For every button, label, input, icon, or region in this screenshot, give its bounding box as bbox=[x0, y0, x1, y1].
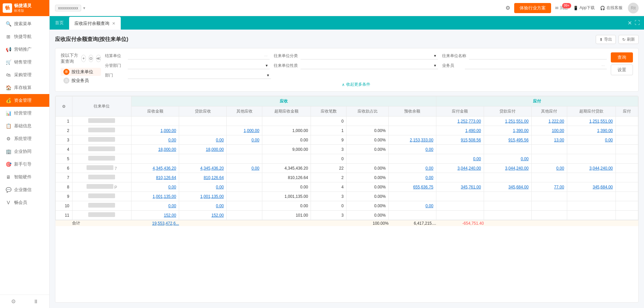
table-cell[interactable]: 18,000.00 bbox=[179, 145, 227, 154]
table-cell[interactable]: 655,636.75 bbox=[388, 182, 436, 192]
table-cell[interactable]: 0.00 bbox=[388, 173, 436, 182]
table-cell[interactable]: 1,001,135.00 bbox=[179, 192, 227, 201]
table-cell[interactable]: 4,345,436.20 bbox=[131, 164, 179, 173]
table-cell bbox=[436, 211, 484, 220]
sidebar-item-inventory[interactable]: 🏠 库存核算 bbox=[0, 81, 49, 94]
table-cell[interactable]: 1,490.00 bbox=[436, 126, 484, 135]
table-cell[interactable]: 345,684.00 bbox=[484, 182, 531, 192]
close-window-icon[interactable]: ✕ bbox=[628, 20, 632, 26]
table-cell[interactable]: 0.00 bbox=[567, 135, 615, 145]
sidebar-item-wechat[interactable]: 💬 企业微信 bbox=[0, 183, 49, 196]
table-cell[interactable]: 1,000.00 bbox=[131, 126, 179, 135]
settings-button[interactable]: 设置 bbox=[611, 64, 633, 75]
table-cell[interactable]: 1,390.00 bbox=[484, 126, 531, 135]
tab-close-icon[interactable]: ✕ bbox=[112, 21, 115, 26]
table-cell[interactable]: 915,495.56 bbox=[484, 135, 531, 145]
search-option-by-staff[interactable]: 员 按业务员 bbox=[61, 77, 101, 85]
message-button[interactable]: ✉ 消息 99+ bbox=[555, 5, 568, 11]
department-select[interactable]: ▾ bbox=[128, 72, 271, 79]
nature-select[interactable]: ▾ bbox=[301, 62, 438, 69]
table-cell[interactable]: 810,126.64 bbox=[131, 173, 179, 182]
sidebar-item-operation[interactable]: 📊 经营管理 bbox=[0, 107, 49, 120]
total-ar-amount[interactable]: 19,553,472,6... bbox=[131, 220, 179, 226]
sidebar-item-basic[interactable]: 📋 基础信息 bbox=[0, 120, 49, 132]
sidebar-item-corp[interactable]: 🏢 企业协同 bbox=[0, 145, 49, 158]
table-cell[interactable]: 2,153,333.00 bbox=[388, 135, 436, 145]
table-cell[interactable]: 152.00 bbox=[179, 211, 227, 220]
table-cell[interactable]: 152.00 bbox=[131, 211, 179, 220]
settlement-unit-select[interactable]: ··· bbox=[128, 52, 270, 59]
fullscreen-icon[interactable]: ⛶ bbox=[635, 20, 640, 26]
sidebar-item-marketing[interactable]: 📢 营销推广 bbox=[0, 43, 49, 56]
table-cell[interactable]: 0.00 bbox=[388, 164, 436, 173]
table-cell[interactable]: 0.00 bbox=[227, 164, 262, 173]
sidebar-collapse-btn[interactable]: ⏸ bbox=[26, 298, 46, 305]
service-button[interactable]: 🎧 在线客服 bbox=[600, 5, 623, 11]
salesperson-select[interactable]: ··· bbox=[465, 62, 607, 69]
add-scheme-button[interactable]: + bbox=[81, 55, 86, 62]
app-icon: 📱 bbox=[573, 6, 578, 10]
table-cell[interactable]: 0.00 bbox=[484, 154, 531, 164]
dept-select[interactable]: ▾ bbox=[128, 62, 270, 69]
table-cell[interactable]: 13.00 bbox=[531, 135, 567, 145]
table-cell[interactable]: 1,001,135.00 bbox=[131, 192, 179, 201]
table-cell[interactable]: 100.00 bbox=[531, 126, 567, 135]
scheme-collapse-button[interactable]: ≪ bbox=[96, 55, 101, 62]
sidebar-item-sales[interactable]: 🛒 销售管理 bbox=[0, 56, 49, 69]
table-cell[interactable]: 0.00 bbox=[179, 201, 227, 211]
table-cell[interactable]: 0.00 bbox=[179, 182, 227, 192]
sidebar-item-member[interactable]: V 畅会员 bbox=[0, 196, 49, 209]
tab-ar[interactable]: 应收应付余额查询 ✕ bbox=[69, 17, 121, 30]
table-settings-icon[interactable]: ⚙ bbox=[62, 104, 66, 109]
table-cell[interactable]: 1,252,773.00 bbox=[436, 117, 484, 126]
category-select[interactable]: ▾ bbox=[301, 52, 438, 59]
table-cell[interactable]: 4,345,436.20 bbox=[179, 164, 227, 173]
address-bar[interactable]: xxxxxxxxxx bbox=[55, 5, 81, 11]
table-cell[interactable]: 345,761.00 bbox=[436, 182, 484, 192]
scheme-settings-button[interactable]: ⊙ bbox=[89, 55, 93, 62]
export-button[interactable]: ⬆ 导出 bbox=[596, 35, 616, 44]
topbar-gear-icon[interactable]: ⚙ bbox=[505, 5, 510, 11]
table-cell[interactable]: 1,251,551.00 bbox=[567, 117, 615, 126]
table-cell[interactable]: 0.00 bbox=[131, 201, 179, 211]
table-cell[interactable]: 1,251,551.00 bbox=[484, 117, 531, 126]
refresh-button[interactable]: ↻ 刷新 bbox=[619, 35, 639, 44]
table-cell[interactable]: 0.00 bbox=[388, 201, 436, 211]
sidebar-item-search[interactable]: 🔍 搜索菜单 bbox=[0, 17, 49, 30]
table-cell[interactable]: 345,684.00 bbox=[567, 182, 615, 192]
table-cell[interactable]: 3,044,240.00 bbox=[567, 164, 615, 173]
table-cell[interactable]: 18,000.00 bbox=[131, 145, 179, 154]
promo-button[interactable]: 体验行业方案 bbox=[514, 3, 551, 13]
table-cell[interactable]: 77.00 bbox=[531, 182, 567, 192]
sidebar-item-hardware[interactable]: 🖥 智能硬件 bbox=[0, 171, 49, 183]
sidebar-item-purchase[interactable]: 🛍 采购管理 bbox=[0, 69, 49, 81]
search-collapse-button[interactable]: ∧ 收起更多条件 bbox=[105, 82, 607, 87]
table-cell[interactable]: 1,222.00 bbox=[531, 117, 567, 126]
tab-home[interactable]: 首页 bbox=[50, 16, 69, 30]
user-avatar[interactable]: Rit bbox=[628, 3, 639, 13]
table-cell[interactable]: 915,508.56 bbox=[436, 135, 484, 145]
sidebar-item-quick[interactable]: ⊞ 快捷导航 bbox=[0, 30, 49, 43]
query-button[interactable]: 查询 bbox=[611, 52, 633, 62]
table-cell[interactable]: 3,044,240.00 bbox=[484, 164, 531, 173]
table-cell[interactable]: 0.00 bbox=[388, 145, 436, 154]
table-cell[interactable]: 0.00 bbox=[227, 135, 262, 145]
search-option-by-unit[interactable]: 单 按往来单位 bbox=[61, 68, 101, 76]
table-cell[interactable]: 810,126.64 bbox=[179, 173, 227, 182]
sidebar-item-system[interactable]: ⚙ 系统管理 bbox=[0, 132, 49, 145]
table-cell[interactable]: 0.00 bbox=[179, 135, 227, 145]
app-download-button[interactable]: 📱 App下载 bbox=[573, 5, 595, 11]
table-cell[interactable]: 0.00 bbox=[531, 164, 567, 173]
table-cell[interactable]: 1,390.00 bbox=[567, 126, 615, 135]
th-settings[interactable]: ⚙ bbox=[56, 96, 72, 117]
table-container[interactable]: ⚙ 往来单位 应收 应付 应收金额 贷款应收 其他应收 超期应收金额 应收笔数 bbox=[55, 96, 638, 302]
table-cell[interactable]: 0.00 bbox=[436, 154, 484, 164]
sidebar-settings-btn[interactable]: ⚙ bbox=[3, 298, 23, 305]
table-cell[interactable]: 3,044,240.00 bbox=[436, 164, 484, 173]
unit-name-input[interactable] bbox=[469, 52, 607, 59]
table-cell[interactable]: 0.00 bbox=[131, 182, 179, 192]
sidebar-item-guide[interactable]: 🎯 新手引导 bbox=[0, 158, 49, 171]
table-cell[interactable]: 1,000.00 bbox=[227, 126, 262, 135]
table-cell[interactable]: 0.00 bbox=[131, 135, 179, 145]
sidebar-item-finance[interactable]: 💰 资金管理 bbox=[0, 94, 49, 107]
